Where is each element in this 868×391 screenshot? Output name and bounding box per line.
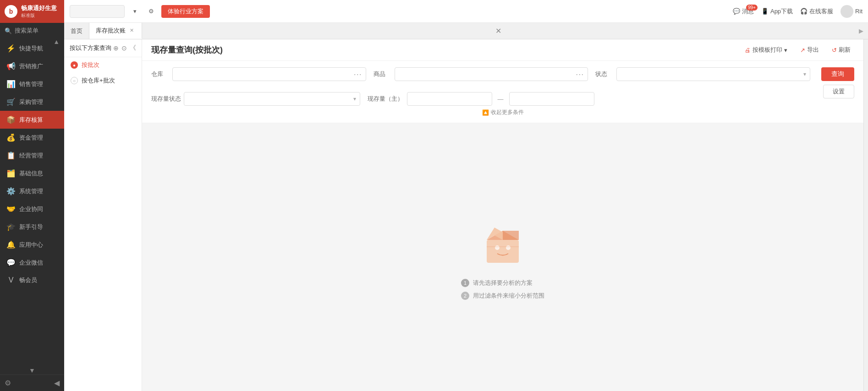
- page-header: 现存量查询(按批次) 🖨 按模板打印 ▾ ↗ 导出 ↺ 刷新: [142, 39, 863, 61]
- experience-button[interactable]: 体验行业方案: [161, 5, 210, 18]
- status-label: 状态: [595, 70, 614, 78]
- tab-batch-account[interactable]: 库存批次账 ✕: [89, 23, 142, 39]
- stock-qty-from[interactable]: [407, 92, 492, 106]
- sidebar-item-operation[interactable]: 📋 经营管理: [0, 147, 64, 164]
- phone-icon: 📱: [761, 8, 769, 15]
- message-badge: 99+: [746, 5, 758, 11]
- filter-row-1: 仓库 ··· 商品 ···: [151, 67, 810, 81]
- page-title: 现存量查询(按批次): [151, 44, 223, 55]
- sidebar-settings-icon[interactable]: ⚙: [5, 379, 11, 387]
- topbar-left: ▾ ⚙ 体验行业方案: [70, 5, 728, 18]
- scheme-settings-btn[interactable]: ⊙: [121, 44, 127, 52]
- app-download-btn[interactable]: 📱 App下载: [761, 7, 793, 16]
- sidebar-item-app-center[interactable]: 🔔 应用中心: [0, 236, 64, 254]
- finance-icon: 💰: [6, 133, 16, 142]
- print-dropdown-arrow[interactable]: ▾: [784, 47, 787, 54]
- export-btn[interactable]: ↗ 导出: [797, 44, 823, 56]
- status-select[interactable]: ▾: [616, 67, 810, 81]
- left-panel-header: 按以下方案查询 ⊕ ⊙ 《: [64, 39, 142, 57]
- product-label: 商品: [374, 70, 392, 78]
- status-filter: 状态 ▾: [595, 67, 810, 81]
- scheme-dot-active: ●: [71, 61, 78, 69]
- sidebar-item-enterprise-wx[interactable]: 💬 企业微信: [0, 254, 64, 272]
- sidebar-scroll-up[interactable]: ▲: [53, 38, 60, 45]
- empty-illustration: [475, 215, 530, 270]
- topbar: ▾ ⚙ 体验行业方案 💬 消息 99+ 📱 App下载 🎧 在线客服: [64, 0, 868, 23]
- app-title: 畅康通好生意 标准版: [21, 5, 57, 18]
- warehouse-filter: 仓库 ···: [151, 67, 366, 81]
- sidebar-collapse-icon[interactable]: ◀: [54, 379, 60, 387]
- enterprise-wx-icon: 💬: [6, 258, 16, 267]
- filter-fields: 仓库 ··· 商品 ···: [151, 67, 810, 106]
- stock-qty-filter: 现存量（主） —: [368, 92, 594, 106]
- warehouse-input[interactable]: ···: [172, 67, 366, 81]
- stock-status-chevron-icon: ▾: [353, 96, 356, 102]
- sidebar-item-finance[interactable]: 💰 资金管理: [0, 129, 64, 147]
- export-icon: ↗: [800, 47, 805, 54]
- collapse-row: 🔼 收起更多条件: [151, 106, 854, 116]
- sidebar-scroll-down[interactable]: ▼: [29, 367, 35, 374]
- quick-nav-icon: ⚡: [6, 44, 16, 53]
- print-btn[interactable]: 🖨 按模板打印 ▾: [741, 44, 791, 56]
- sidebar-item-vip[interactable]: V 畅会员: [0, 272, 64, 289]
- sidebar-item-collab[interactable]: 🤝 企业协同: [0, 200, 64, 218]
- page-header-actions: 🖨 按模板打印 ▾ ↗ 导出 ↺ 刷新: [741, 44, 854, 56]
- product-input[interactable]: ···: [395, 67, 588, 81]
- stock-status-select[interactable]: ▾: [184, 92, 360, 106]
- tab-home[interactable]: 首页: [64, 23, 89, 39]
- sidebar-item-basic[interactable]: 🗂️ 基础信息: [0, 164, 64, 182]
- messages-btn[interactable]: 💬 消息 99+: [733, 7, 754, 16]
- refresh-btn[interactable]: ↺ 刷新: [828, 44, 854, 56]
- settings-button[interactable]: 设置: [823, 85, 854, 98]
- scheme-dot-inactive: ○: [71, 77, 78, 84]
- sidebar-item-purchase[interactable]: 🛒 采购管理: [0, 93, 64, 111]
- gear-icon: ⚙: [148, 8, 154, 15]
- empty-tip-1: 1 请先选择要分析的方案: [461, 279, 544, 287]
- close-all-icon: ✕: [495, 27, 501, 35]
- system-icon: ⚙️: [6, 187, 16, 196]
- tabbar: 首页 库存批次账 ✕ ✕ ▶: [64, 23, 868, 39]
- collapse-button[interactable]: 🔼 收起更多条件: [482, 109, 524, 116]
- sidebar-item-marketing[interactable]: 📢 营销推广: [0, 57, 64, 75]
- close-all-tabs[interactable]: ✕: [491, 23, 506, 39]
- scheme-item-by-warehouse-batch[interactable]: ○ 按仓库+批次: [64, 73, 142, 88]
- right-panel: 现存量查询(按批次) 🖨 按模板打印 ▾ ↗ 导出 ↺ 刷新: [142, 39, 863, 391]
- stock-qty-to[interactable]: [509, 92, 594, 106]
- query-button[interactable]: 查询: [821, 67, 854, 81]
- filter-area: 仓库 ··· 商品 ···: [142, 61, 863, 123]
- sidebar-search[interactable]: 🔍 搜索菜单: [0, 23, 64, 38]
- topbar-dropdown-btn[interactable]: ▾: [128, 5, 141, 18]
- sidebar-header: b 畅康通好生意 标准版: [0, 0, 64, 23]
- right-scrollbar[interactable]: [863, 39, 868, 391]
- tab-bar-right-arrow[interactable]: ▶: [859, 27, 863, 34]
- scheme-item-by-batch[interactable]: ● 按批次: [64, 57, 142, 73]
- stock-status-filter: 现存量状态 ▾: [151, 92, 360, 106]
- sidebar-footer: ⚙ ◀: [0, 375, 64, 391]
- headset-icon: 🎧: [800, 8, 808, 15]
- warehouse-label: 仓库: [151, 70, 170, 78]
- purchase-icon: 🛒: [6, 98, 16, 106]
- sidebar-item-inventory[interactable]: 📦 库存核算: [0, 111, 64, 129]
- content-area: 按以下方案查询 ⊕ ⊙ 《 ● 按批次 ○ 按仓库+批次 现存量查询(按批次): [64, 39, 868, 391]
- online-service-btn[interactable]: 🎧 在线客服: [800, 7, 833, 16]
- vip-icon: V: [6, 276, 16, 284]
- avatar: [841, 5, 853, 18]
- close-tab-batch[interactable]: ✕: [128, 27, 135, 34]
- topbar-settings-btn[interactable]: ⚙: [145, 5, 158, 18]
- collapse-left-panel-btn[interactable]: 《: [130, 44, 136, 52]
- sidebar: b 畅康通好生意 标准版 🔍 搜索菜单 ▲ ⚡ 快捷导航 📢 营销推广 📊 销售…: [0, 0, 64, 391]
- sidebar-item-newbie[interactable]: 🎓 新手引导: [0, 218, 64, 236]
- svg-marker-2: [503, 231, 519, 240]
- add-scheme-btn[interactable]: ⊕: [113, 44, 119, 52]
- status-chevron-icon: ▾: [803, 71, 806, 77]
- user-profile-btn[interactable]: Rit: [841, 5, 863, 18]
- empty-area: 1 请先选择要分析的方案 2 用过滤条件来缩小分析范围: [142, 123, 863, 391]
- svg-rect-0: [487, 240, 519, 263]
- message-icon: 💬: [733, 8, 740, 15]
- username: Rit: [855, 8, 863, 15]
- collapse-up-icon: 🔼: [482, 109, 489, 116]
- left-panel-actions: ⊕ ⊙ 《: [113, 44, 136, 52]
- sidebar-item-system[interactable]: ⚙️ 系统管理: [0, 182, 64, 200]
- sidebar-item-sales[interactable]: 📊 销售管理: [0, 75, 64, 93]
- marketing-icon: 📢: [6, 62, 16, 71]
